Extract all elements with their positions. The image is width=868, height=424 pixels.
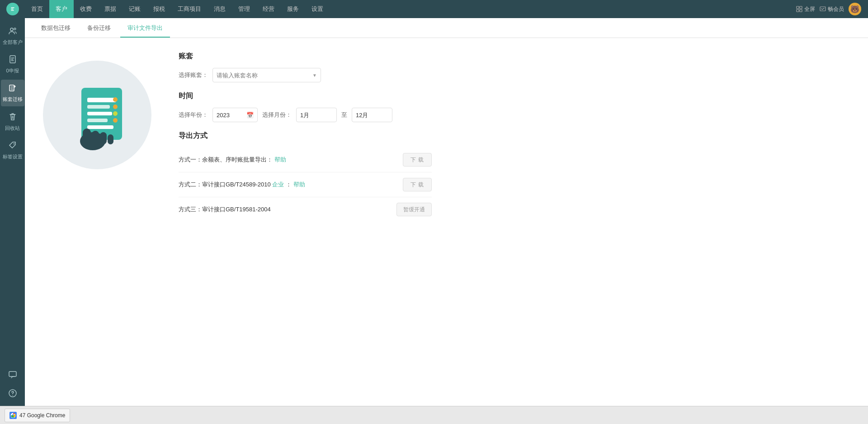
month-start-dropdown[interactable]: 1月 2月 3月 4月 5月 6月 7月 8月 9月 10月 11月 12月	[300, 112, 322, 119]
tag-settings-icon	[8, 141, 17, 152]
account-dropdown-icon: ▼	[312, 73, 317, 78]
svg-rect-15	[87, 105, 110, 109]
nav-fee[interactable]: 收费	[74, 0, 98, 18]
svg-point-21	[113, 111, 118, 116]
nav-tax[interactable]: 报税	[147, 0, 171, 18]
chrome-taskbar-label: 47 Google Chrome	[19, 412, 65, 419]
nav-operation[interactable]: 经营	[256, 0, 281, 18]
export-section-title: 导出方式	[179, 131, 432, 141]
export-method-1: 方式一：余额表、序时账批量导出： 帮助 下 载	[179, 148, 432, 172]
method2-suffix: ：	[286, 181, 292, 188]
member-button[interactable]: 畅会员	[820, 5, 844, 13]
export-method-2: 方式二：审计接口GB/T24589-2010 企业 ： 帮助 下 载	[179, 172, 432, 197]
method2-help-link[interactable]: 帮助	[293, 181, 305, 188]
chrome-icon	[9, 412, 17, 419]
sidebar-item-help[interactable]	[1, 385, 24, 401]
fullscreen-label: 全屏	[804, 5, 815, 13]
svg-point-19	[113, 97, 118, 102]
fullscreen-button[interactable]: 全屏	[796, 5, 815, 13]
method1-help-link[interactable]: 帮助	[274, 156, 286, 163]
time-section-divider: 时间	[179, 91, 432, 101]
sidebar-item-tag-settings-label: 标签设置	[3, 154, 23, 160]
method2-download-button[interactable]: 下 载	[403, 178, 432, 191]
svg-point-5	[10, 28, 13, 31]
svg-rect-14	[87, 98, 116, 102]
tab-audit-export[interactable]: 审计文件导出	[120, 19, 170, 38]
account-row: 选择账套： ▼	[179, 68, 432, 82]
chrome-taskbar-item[interactable]: 47 Google Chrome	[5, 409, 70, 422]
nav-manage[interactable]: 管理	[232, 0, 256, 18]
year-label: 选择年份：	[179, 111, 208, 119]
svg-point-12	[12, 395, 13, 396]
export-method-2-label: 方式二：审计接口GB/T24589-2010 企业 ： 帮助	[179, 181, 305, 189]
sidebar-item-all-customers-label: 全部客户	[3, 39, 23, 45]
month-start-select[interactable]: 1月 2月 3月 4月 5月 6月 7月 8月 9月 10月 11月 12月	[296, 108, 337, 122]
method1-download-button[interactable]: 下 载	[403, 153, 432, 167]
help-icon	[8, 389, 17, 398]
svg-rect-17	[87, 119, 108, 122]
account-input[interactable]	[217, 72, 312, 79]
year-input[interactable]	[217, 112, 241, 119]
method3-open-button[interactable]: 暂缓开通	[396, 203, 432, 216]
time-section-title: 时间	[179, 91, 432, 101]
sidebar-item-tag-settings[interactable]: 标签设置	[1, 137, 24, 163]
sidebar-item-recycle-label: 回收站	[5, 125, 20, 131]
month-label: 选择月份：	[262, 111, 292, 119]
tab-bar: 数据包迁移 备份迁移 审计文件导出	[25, 18, 868, 38]
svg-rect-1	[800, 6, 802, 9]
export-method-3: 方式三：审计接口GB/T19581-2004 暂缓开通	[179, 197, 432, 222]
month-end-dropdown[interactable]: 1月 2月 3月 4月 5月 6月 7月 8月 9月 10月 11月 12月	[356, 112, 377, 119]
method2-company: 企业	[272, 181, 284, 188]
account-input-wrapper[interactable]: ▼	[212, 68, 321, 82]
calendar-icon: 📅	[246, 112, 254, 119]
svg-rect-25	[92, 131, 99, 144]
time-row: 选择年份： 📅 选择月份： 1月 2月 3月 4月 5月 6月	[179, 108, 432, 122]
sidebar-item-account-migration[interactable]: 账套迁移	[1, 80, 24, 106]
export-method-3-label: 方式三：审计接口GB/T19581-2004	[179, 205, 271, 214]
svg-rect-27	[108, 134, 113, 144]
svg-point-20	[113, 105, 118, 109]
svg-point-22	[113, 118, 118, 123]
chat-icon	[8, 370, 17, 379]
recycle-icon	[8, 112, 17, 124]
svg-rect-16	[87, 112, 112, 115]
nav-message[interactable]: 消息	[208, 0, 232, 18]
all-customers-icon	[8, 26, 17, 38]
nav-service[interactable]: 服务	[281, 0, 305, 18]
member-icon	[820, 6, 826, 12]
year-input-wrapper[interactable]: 📅	[212, 108, 258, 122]
nav-settings[interactable]: 设置	[305, 0, 330, 18]
sidebar-item-zero-declaration[interactable]: 0申报	[1, 51, 24, 77]
nav-items: 首页 客户 收费 票据 记账 报税 工商项目 消息 管理 经营 服务 设置	[25, 0, 796, 18]
nav-customer[interactable]: 客户	[49, 0, 74, 18]
audit-illustration	[61, 74, 133, 156]
svg-point-9	[13, 143, 14, 144]
month-end-select[interactable]: 1月 2月 3月 4月 5月 6月 7月 8月 9月 10月 11月 12月	[352, 108, 392, 122]
nav-invoice[interactable]: 票据	[98, 0, 123, 18]
form-area: 账套 选择账套： ▼ 时间 选择年份： 📅	[179, 52, 432, 392]
sidebar-item-zero-declaration-label: 0申报	[6, 68, 19, 74]
top-navigation: 首页 客户 收费 票据 记账 报税 工商项目 消息 管理 经营 服务 设置 全屏	[0, 0, 868, 18]
sidebar-item-all-customers[interactable]: 全部客户	[1, 23, 24, 49]
sidebar-item-chat[interactable]	[1, 367, 24, 383]
method3-prefix: 方式三：审计接口GB/T19581-2004	[179, 206, 271, 213]
export-section-divider: 导出方式	[179, 131, 432, 141]
nav-home[interactable]: 首页	[25, 0, 49, 18]
app-logo[interactable]	[0, 0, 25, 18]
page-content: 账套 选择账套： ▼ 时间 选择年份： 📅	[25, 38, 868, 406]
left-sidebar: 全部客户 0申报 账套迁移	[0, 18, 25, 406]
svg-rect-2	[797, 10, 799, 12]
content-area: 数据包迁移 备份迁移 审计文件导出	[25, 18, 868, 406]
tab-data-migration[interactable]: 数据包迁移	[34, 19, 78, 38]
user-avatar[interactable]: 🐻	[849, 3, 861, 15]
main-layout: 全部客户 0申报 账套迁移	[0, 18, 868, 406]
account-label: 选择账套：	[179, 71, 208, 79]
svg-point-6	[14, 28, 16, 30]
sidebar-item-account-migration-label: 账套迁移	[3, 96, 23, 102]
taskbar: 47 Google Chrome	[0, 406, 868, 424]
sidebar-item-recycle[interactable]: 回收站	[1, 109, 24, 135]
tab-backup-migration[interactable]: 备份迁移	[80, 19, 118, 38]
method2-prefix: 方式二：审计接口GB/T24589-2010	[179, 181, 271, 188]
nav-business[interactable]: 工商项目	[171, 0, 208, 18]
nav-bookkeeping[interactable]: 记账	[123, 0, 147, 18]
